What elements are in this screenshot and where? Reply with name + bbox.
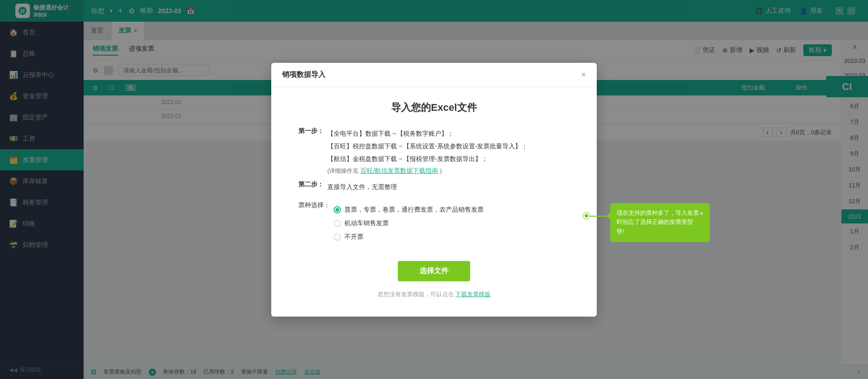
radio-vehicle-indicator: [334, 220, 341, 227]
tooltip-dot: [583, 213, 590, 219]
radio-vehicle-label: 机动车销售发票: [344, 219, 389, 227]
tooltip-container: × 现在支持的票种多了，导入发票时别忘了选择正确的发票类型呀!: [610, 203, 710, 242]
step1-label: 第一步：: [298, 127, 324, 171]
tooltip-box: × 现在支持的票种多了，导入发票时别忘了选择正确的发票类型呀!: [610, 203, 710, 242]
modal-body: 导入您的Excel文件 第一步： 【全电平台】数据下载→【税务数字账户】； 【百…: [271, 87, 597, 317]
modal-header: 销项数据导入 ×: [271, 63, 597, 87]
radio-no-invoice-indicator: [334, 233, 341, 241]
step2-label: 第二步：: [298, 180, 324, 190]
tooltip-arrow: [607, 212, 610, 219]
step1-link-area: (详细操作见 百旺/航信发票数据下载指南 ): [327, 167, 528, 175]
ticket-label: 票种选择：: [298, 200, 330, 209]
step2-text: 直接导入文件，无需整理: [327, 180, 397, 193]
step1-area: 第一步： 【全电平台】数据下载→【税务数字账户】； 【百旺】税控盘数据下载→【系…: [298, 127, 570, 175]
tooltip-close-button[interactable]: ×: [700, 208, 703, 218]
radio-group: 普票，专票，卷票，通行费发票，农产品销售发票 机动车销售发票 不开票: [334, 206, 484, 246]
import-modal: 销项数据导入 × 导入您的Excel文件 第一步： 【全电平台】数据下载→【税务…: [271, 63, 597, 317]
modal-footer: 若您没有发票模版，可以点击 下载发票模版: [298, 290, 570, 298]
step1-content: 【全电平台】数据下载→【税务数字账户】； 【百旺】税控盘数据下载→【系统设置-系…: [327, 127, 528, 175]
step1-line2: 【百旺】税控盘数据下载→【系统设置-系统参数设置-发票批量导入】；: [327, 140, 528, 152]
radio-item-no-invoice[interactable]: 不开票: [334, 233, 484, 241]
modal-main-title: 导入您的Excel文件: [298, 101, 570, 114]
download-template-link[interactable]: 下载发票模版: [455, 291, 491, 298]
radio-general-label: 普票，专票，卷票，通行费发票，农产品销售发票: [344, 206, 484, 214]
step1-line3: 【航信】金税盘数据下载→【报税管理-发票数据导出】；: [327, 152, 528, 165]
step2-area: 第二步： 直接导入文件，无需整理: [298, 180, 570, 193]
modal-title: 销项数据导入: [282, 70, 326, 80]
modal-close-button[interactable]: ×: [581, 70, 586, 80]
radio-item-general[interactable]: 普票，专票，卷票，通行费发票，农产品销售发票: [334, 206, 484, 214]
select-file-button[interactable]: 选择文件: [398, 261, 470, 281]
ticket-type-area: 票种选择： 普票，专票，卷票，通行费发票，农产品销售发票 机动车销售发票 不开票: [298, 200, 570, 252]
radio-item-vehicle[interactable]: 机动车销售发票: [334, 219, 484, 227]
radio-no-invoice-label: 不开票: [344, 233, 363, 241]
radio-general-indicator: [334, 206, 341, 213]
modal-overlay: 销项数据导入 × 导入您的Excel文件 第一步： 【全电平台】数据下载→【税务…: [0, 0, 868, 379]
step1-line1: 【全电平台】数据下载→【税务数字账户】；: [327, 127, 528, 140]
guide-link[interactable]: 百旺/航信发票数据下载指南: [360, 167, 438, 174]
tooltip-text: 现在支持的票种多了，导入发票时别忘了选择正确的发票类型呀!: [617, 209, 699, 235]
